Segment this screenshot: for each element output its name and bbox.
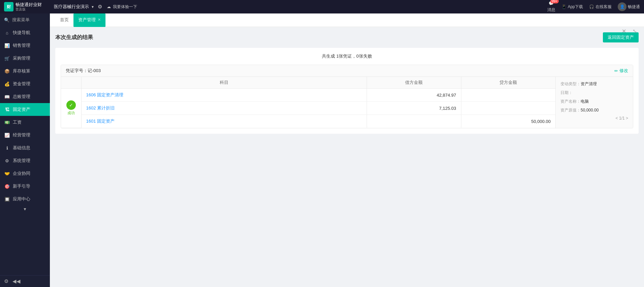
- voucher-body: 科目 借方金额 贷方金额 ✓ 成功: [61, 77, 633, 128]
- sidebar-item-label: 企业协同: [13, 170, 30, 177]
- tab-bar: 首页 资产管理 ✕: [50, 13, 644, 27]
- tab-asset-mgmt[interactable]: 资产管理 ✕: [73, 13, 105, 27]
- edit-label: 修改: [619, 68, 628, 74]
- sidebar-item-fixed-assets[interactable]: 🏗 固定资产: [0, 103, 50, 116]
- debit-cell: [367, 115, 461, 128]
- tab-home[interactable]: 首页: [55, 13, 73, 27]
- sidebar-item-inventory[interactable]: 📦 库存核算: [0, 65, 50, 77]
- user-profile[interactable]: 👤 畅捷通: [618, 2, 640, 11]
- sidebar-scroll-down[interactable]: ▼: [0, 205, 50, 213]
- sidebar-item-label: 总账管理: [13, 94, 30, 100]
- asset-name-label: 资产名称：: [560, 98, 581, 104]
- logo-icon: 财: [4, 2, 13, 11]
- basic-info-icon: ℹ: [4, 145, 10, 151]
- sidebar-item-label: 固定资产: [13, 106, 30, 113]
- trial-icon: ☁: [107, 4, 111, 9]
- result-header: 本次生成的结果 返回固定资产: [55, 32, 639, 42]
- service-icon: 🎧: [589, 4, 594, 9]
- edit-button[interactable]: ✏ 修改: [614, 68, 628, 74]
- asset-value-value: 50,000.00: [581, 107, 628, 113]
- settings-icon[interactable]: ⚙: [98, 4, 102, 10]
- scroll-down-icon: ▼: [23, 207, 27, 212]
- operations-icon: 📈: [4, 132, 10, 138]
- sidebar-item-label: 应用中心: [13, 196, 30, 202]
- topbar: 财 畅捷通好业财 普及版 医疗器械行业演示 ▼ ⚙ ☁ 我要体验一下 💬 消息 …: [0, 0, 644, 13]
- fixed-assets-icon: 🏗: [4, 106, 10, 113]
- sidebar-collapse-icon[interactable]: ◀◀: [12, 278, 21, 284]
- system-icon: ⚙: [4, 158, 10, 164]
- sidebar-item-label: 经营管理: [13, 132, 30, 138]
- th-status: [61, 77, 81, 89]
- th-credit: 贷方金额: [461, 77, 555, 89]
- close-panel-icon[interactable]: ✕: [620, 27, 628, 35]
- sidebar-item-purchase[interactable]: 🛒 采购管理: [0, 52, 50, 65]
- sidebar-item-quick-nav[interactable]: ⌂ 快捷导航: [0, 26, 50, 39]
- sidebar-item-label: 系统管理: [13, 158, 30, 164]
- sidebar-item-operations[interactable]: 📈 经营管理: [0, 129, 50, 141]
- trial-button[interactable]: ☁ 我要体验一下: [107, 4, 137, 10]
- sidebar-item-finance[interactable]: 💰 资金管理: [0, 77, 50, 90]
- side-change-type: 变动类型： 资产清理: [560, 81, 628, 87]
- logo-text: 畅捷通好业财 普及版: [16, 2, 42, 11]
- sidebar-item-guide[interactable]: 🎯 新手引导: [0, 180, 50, 193]
- company-arrow-icon: ▼: [91, 5, 94, 9]
- payroll-icon: 💵: [4, 119, 10, 125]
- sidebar-settings-icon[interactable]: ⚙: [4, 278, 8, 284]
- message-button[interactable]: 💬 消息 99+: [547, 1, 555, 13]
- sidebar-item-payroll[interactable]: 💵 工资: [0, 116, 50, 129]
- success-icon: ✓: [66, 100, 76, 110]
- status-text: 成功: [66, 110, 76, 116]
- edit-icon: ✏: [614, 68, 618, 73]
- enterprise-icon: 🤝: [4, 170, 10, 177]
- sidebar-item-apps[interactable]: 🔲 应用中心: [0, 193, 50, 205]
- subject-cell: 1601 固定资产: [81, 115, 367, 128]
- tab-close-icon[interactable]: ✕: [98, 18, 101, 22]
- side-date: 日期：: [560, 90, 628, 96]
- table-row: ✓ 成功 1606 固定资产清理 42,874.97: [61, 89, 555, 102]
- app-label: App下载: [568, 4, 583, 10]
- content-area: 首页 资产管理 ✕ ✕ ⤡ 本次生成的结果 返回固定资产: [50, 13, 644, 287]
- th-debit: 借方金额: [367, 77, 461, 89]
- sidebar-search[interactable]: 🔍 搜索菜单: [0, 13, 50, 26]
- company-selector[interactable]: 医疗器械行业演示 ▼: [54, 4, 94, 10]
- asset-value-label: 资产原值：: [560, 107, 581, 113]
- voucher-table: 科目 借方金额 贷方金额 ✓ 成功: [61, 77, 555, 128]
- sidebar-item-label: 新手引导: [13, 183, 30, 189]
- sidebar-item-label: 库存核算: [13, 68, 30, 74]
- sidebar-item-basic-info[interactable]: ℹ 基础信息: [0, 141, 50, 154]
- company-name: 医疗器械行业演示: [54, 4, 89, 10]
- sidebar-item-label: 销售管理: [13, 42, 30, 49]
- page-title: 本次生成的结果: [55, 34, 93, 41]
- credit-cell: [461, 102, 555, 115]
- pagination-prev-icon[interactable]: <: [616, 116, 618, 121]
- sidebar-item-sales[interactable]: 📊 销售管理: [0, 39, 50, 52]
- th-subject: 科目: [81, 77, 367, 89]
- pagination: < 1/1 >: [560, 116, 628, 121]
- app-download-button[interactable]: 📱 App下载: [561, 4, 583, 10]
- username: 畅捷通: [628, 4, 640, 10]
- avatar: 👤: [618, 2, 626, 11]
- sidebar-item-system[interactable]: ⚙ 系统管理: [0, 154, 50, 167]
- side-asset-name: 资产名称： 电脑: [560, 98, 628, 104]
- sidebar-item-label: 快捷导航: [13, 30, 30, 36]
- online-service-button[interactable]: 🎧 在线客服: [589, 4, 612, 10]
- status-cell: ✓ 成功: [61, 89, 81, 128]
- sidebar-item-enterprise[interactable]: 🤝 企业协同: [0, 167, 50, 180]
- side-asset-value: 资产原值： 50,000.00: [560, 107, 628, 113]
- message-label: 消息: [547, 7, 555, 13]
- debit-cell: 7,125.03: [367, 102, 461, 115]
- summary-text: 共生成 1张凭证，0张失败: [322, 54, 372, 59]
- main-layout: 🔍 搜索菜单 ⌂ 快捷导航 📊 销售管理 🛒 采购管理 📦 库存核算 💰 资金管…: [0, 13, 644, 287]
- search-icon: 🔍: [4, 18, 9, 23]
- sidebar-item-label: 采购管理: [13, 55, 30, 61]
- logo-sub: 普及版: [16, 7, 42, 11]
- message-badge: 99+: [550, 0, 559, 3]
- topbar-right: 💬 消息 99+ 📱 App下载 🎧 在线客服 👤 畅捷通: [547, 1, 640, 13]
- guide-icon: 🎯: [4, 183, 10, 189]
- table-row: 1601 固定资产 50,000.00: [61, 115, 555, 128]
- expand-panel-icon[interactable]: ⤡: [631, 27, 639, 35]
- pagination-next-icon[interactable]: >: [626, 116, 628, 121]
- sidebar-item-ledger[interactable]: 📖 总账管理: [0, 90, 50, 103]
- change-type-label: 变动类型：: [560, 81, 581, 87]
- sidebar-item-label: 基础信息: [13, 145, 30, 151]
